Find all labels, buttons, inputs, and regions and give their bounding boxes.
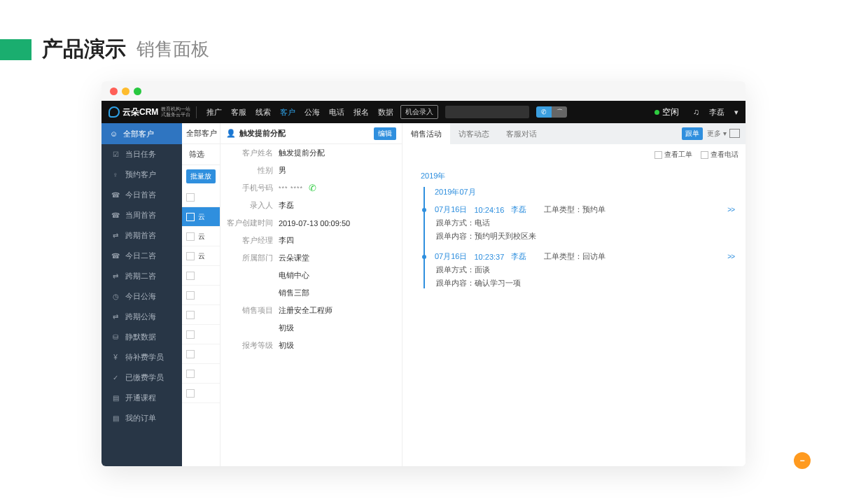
checkbox[interactable] [186, 330, 195, 339]
field-value: 男 [279, 165, 396, 176]
bell-icon[interactable]: ♫ [693, 107, 699, 117]
phone-icon[interactable]: ✆ [309, 183, 316, 193]
list-row[interactable]: 云 [182, 246, 220, 266]
close-dot[interactable] [110, 88, 118, 95]
checkbox[interactable] [186, 252, 195, 260]
activity-tab-1[interactable]: 访客动态 [450, 123, 498, 144]
activity-tab-2[interactable]: 客服对话 [498, 123, 545, 144]
sidebar-item-12[interactable]: ▤开通课程 [102, 388, 182, 408]
entry-expand-icon[interactable]: >> [727, 206, 734, 214]
logo-text: 云朵CRM [122, 106, 158, 118]
sidebar-label: 当周首咨 [125, 210, 156, 220]
checkbox[interactable] [186, 311, 195, 319]
list-row[interactable] [182, 384, 220, 403]
check-phone[interactable]: 查看电话 [701, 150, 738, 160]
sidebar-icon: ☎ [111, 211, 120, 219]
follow-button[interactable]: 跟单 [682, 127, 703, 140]
sidebar-item-13[interactable]: ▤我的订单 [102, 408, 182, 428]
more-button[interactable]: 更多 ▾ [707, 129, 727, 139]
opportunity-button[interactable]: 机会录入 [400, 105, 438, 119]
sidebar-item-3[interactable]: ☎当周首咨 [102, 205, 182, 225]
page-header: 产品演示 销售面板 [0, 0, 847, 81]
field-value: 云朵课堂 [279, 253, 396, 263]
nav-link-3[interactable]: 客户 [280, 107, 295, 118]
sidebar-item-7[interactable]: ◷今日公海 [102, 286, 182, 307]
sidebar-label: 今日公海 [125, 291, 156, 302]
checkbox[interactable] [186, 193, 195, 202]
nav-link-5[interactable]: 电话 [329, 107, 344, 118]
fab-button[interactable]: − [794, 452, 811, 469]
sidebar-item-9[interactable]: ⛁静默数据 [102, 327, 182, 347]
nav-link-2[interactable]: 线索 [255, 107, 271, 118]
sidebar-item-0[interactable]: ☑当日任务 [102, 144, 182, 164]
filter-row[interactable]: 筛选 [182, 144, 220, 165]
list-row[interactable] [182, 266, 220, 286]
check-ticket[interactable]: 查看工单 [654, 150, 692, 160]
sidebar-item-6[interactable]: ⇄跨期二咨 [102, 266, 182, 286]
user-menu-chevron-icon[interactable]: ▾ [734, 108, 738, 117]
detail-field: 销售三部 [220, 284, 402, 302]
list-row[interactable] [182, 344, 220, 364]
list-row[interactable]: 云 [182, 207, 220, 227]
list-row[interactable]: 云 [182, 227, 220, 246]
field-label [226, 323, 279, 333]
activity-tab-0[interactable]: 销售活动 [402, 123, 450, 144]
user-name[interactable]: 李磊 [709, 107, 724, 118]
entry-content: 跟单内容：预约明天到校区来 [435, 231, 734, 241]
detail-field: 所属部门云朵课堂 [220, 249, 402, 267]
nav-link-0[interactable]: 推广 [206, 107, 222, 118]
activity-panel: 销售活动访客动态客服对话 跟单 更多 ▾ 查看工单 查看电话 2019年 201… [402, 123, 746, 466]
popout-icon[interactable] [731, 130, 740, 138]
entry-date: 07月16日 [435, 204, 467, 215]
checkbox[interactable] [186, 389, 195, 398]
entry-name: 李磊 [511, 251, 526, 262]
nav-link-4[interactable]: 公海 [304, 107, 320, 118]
checkbox[interactable] [186, 370, 195, 378]
list-header: 全部客户 [182, 123, 220, 144]
timeline-entry[interactable]: 07月16日10:23:37李磊工单类型：回访单>>跟单方式：面谈跟单内容：确认… [435, 251, 734, 288]
nav-link-7[interactable]: 数据 [378, 107, 393, 118]
field-label: 客户姓名 [226, 148, 279, 158]
sidebar-item-1[interactable]: ♀预约客户 [102, 164, 182, 185]
sidebar-item-10[interactable]: ¥待补费学员 [102, 347, 182, 368]
activity-filter-bar: 查看工单 查看电话 [402, 144, 746, 165]
min-dot[interactable] [122, 88, 130, 95]
phone-hangup-icon[interactable]: ⌒ [552, 106, 567, 118]
list-row[interactable] [182, 286, 220, 305]
sidebar-item-5[interactable]: ☎今日二咨 [102, 246, 182, 266]
checkbox[interactable] [186, 291, 195, 300]
sidebar-label: 今日首咨 [125, 190, 156, 200]
status-indicator[interactable]: 空闲 [654, 106, 679, 118]
entry-expand-icon[interactable]: >> [727, 253, 734, 260]
top-nav: 云朵CRM 教育机构一站 式服务云平台 推广客服线索客户公海电话报名数据 机会录… [102, 101, 746, 123]
checkbox[interactable] [186, 232, 195, 241]
sidebar-item-8[interactable]: ⇄跨期公海 [102, 307, 182, 327]
customer-detail: 👤 触发提前分配 编辑 客户姓名触发提前分配性别男手机号码*** ****✆录入… [220, 123, 402, 466]
list-row[interactable] [182, 305, 220, 325]
sidebar-item-11[interactable]: ✓已缴费学员 [102, 368, 182, 388]
field-value: 销售三部 [279, 288, 396, 298]
phone-controls[interactable]: ✆ ⌒ [536, 106, 567, 118]
batch-button[interactable]: 批量放 [186, 169, 216, 183]
sidebar-item-2[interactable]: ☎今日首咨 [102, 185, 182, 205]
list-row[interactable] [182, 364, 220, 384]
search-input[interactable] [445, 106, 529, 118]
nav-link-6[interactable]: 报名 [354, 107, 369, 118]
checkbox[interactable] [186, 213, 195, 221]
checkbox[interactable] [186, 350, 195, 358]
field-value: 初级 [279, 340, 396, 351]
timeline-entry[interactable]: 07月16日10:24:16李磊工单类型：预约单>>跟单方式：电话跟单内容：预约… [435, 204, 734, 241]
list-row[interactable] [182, 188, 220, 207]
list-row[interactable] [182, 325, 220, 344]
nav-link-1[interactable]: 客服 [231, 107, 246, 118]
logo[interactable]: 云朵CRM 教育机构一站 式服务云平台 [108, 106, 197, 118]
sidebar-item-4[interactable]: ⇄跨期首咨 [102, 225, 182, 246]
max-dot[interactable] [134, 88, 141, 95]
row-text: 云 [198, 232, 205, 241]
entry-way: 跟单方式：面谈 [435, 265, 734, 275]
edit-button[interactable]: 编辑 [374, 127, 396, 140]
checkbox[interactable] [186, 272, 195, 280]
sidebar-icon: ☑ [111, 150, 120, 158]
phone-call-icon[interactable]: ✆ [536, 106, 552, 118]
sidebar-header[interactable]: ☺ 全部客户 [102, 123, 182, 144]
